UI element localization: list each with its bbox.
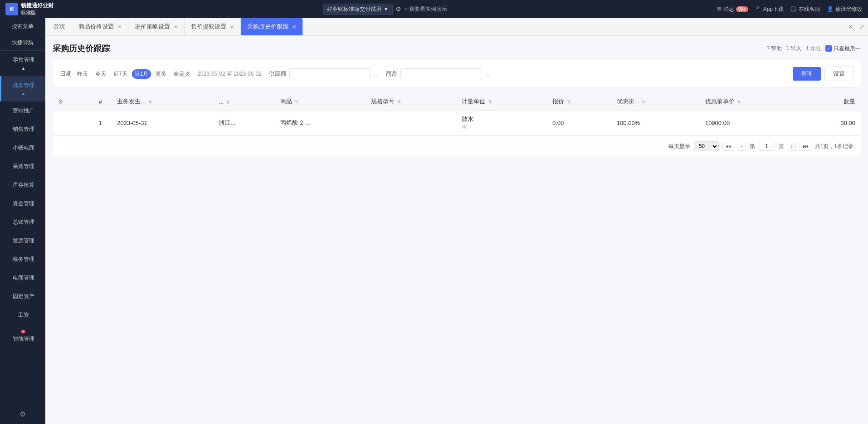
supplier-dots[interactable]: ...	[374, 70, 379, 77]
sidebar-search[interactable]: 搜索菜单	[0, 18, 45, 35]
sidebar-item-accounting[interactable]: 总账管理	[0, 213, 45, 231]
export-icon: ⤴	[806, 45, 809, 52]
sidebar-item-purchase[interactable]: 采购管理	[0, 157, 45, 176]
topbar-left: 财 畅捷通好业财 标准版	[5, 2, 54, 16]
message-icon: ✉	[717, 6, 722, 12]
next-page-button[interactable]: ›	[788, 142, 796, 151]
close-all-tabs-button[interactable]: ✕	[846, 21, 855, 32]
sidebar-gear-button[interactable]: ⚙	[0, 405, 45, 424]
sidebar-bottom: ⚙	[0, 405, 45, 424]
maximize-tab-button[interactable]: ⤢	[857, 21, 866, 32]
sort-icon[interactable]: ⇅	[642, 99, 645, 104]
demo-button[interactable]: ○ 我要看实例演示	[404, 5, 447, 13]
sidebar-item-label: 采购管理	[13, 163, 34, 170]
only-last-checkbox-label[interactable]: ✓ 只看最后一	[825, 45, 861, 53]
export-button[interactable]: ⤴ 导出	[806, 45, 821, 53]
th-more[interactable]: ... ⇅	[213, 93, 275, 111]
date-opt-last1m[interactable]: 近1月	[132, 69, 151, 79]
tab-label: 售价提取设置	[191, 23, 226, 31]
only-last-checkbox[interactable]: ✓	[825, 45, 832, 52]
tab-bar-actions: ✕ ⤢	[846, 21, 866, 32]
sort-icon[interactable]: ⇅	[567, 99, 571, 104]
date-opt-yesterday[interactable]: 昨天	[74, 69, 91, 79]
sidebar-item-label: 批发管理	[13, 82, 34, 89]
sidebar-item-ecommerce[interactable]: 电商管理	[0, 269, 45, 287]
sidebar-item-payroll[interactable]: 工资	[0, 306, 45, 324]
sort-icon[interactable]: ⇅	[295, 99, 298, 104]
date-opt-custom[interactable]: 自定义	[171, 69, 193, 79]
tab-strategy[interactable]: 进价策略设置 ✕	[128, 18, 185, 35]
app-download-icon: 📱	[755, 6, 761, 12]
th-settings[interactable]: ⚙	[53, 93, 89, 111]
td-pre-discount: 10900.00	[700, 111, 804, 135]
goods-dots[interactable]: ...	[485, 70, 490, 77]
sidebar-item-wholesale[interactable]: 批发管理 ▲	[0, 76, 45, 101]
goods-input[interactable]	[400, 68, 482, 79]
sort-icon[interactable]: ⇅	[148, 99, 152, 104]
filter-row: 日期 昨天 今天 近7天 近1月 更多 自定义 2023-05-02 至 202…	[60, 67, 853, 81]
sidebar-item-invoice[interactable]: 发票管理	[0, 231, 45, 250]
help-button[interactable]: ? 帮助	[766, 45, 782, 53]
supplier-input[interactable]	[289, 68, 371, 79]
sidebar-item-finance[interactable]: 资金管理	[0, 194, 45, 213]
sidebar-item-tax[interactable]: 税务管理	[0, 250, 45, 269]
sort-icon[interactable]: ⇅	[397, 99, 401, 104]
tab-price[interactable]: 商品价格设置 ✕	[72, 18, 128, 35]
th-pre-discount[interactable]: 优惠前单价 ⇅	[700, 93, 804, 111]
th-discount[interactable]: 优惠折... ⇅	[611, 93, 700, 111]
sidebar-item-assets[interactable]: 固定资产	[0, 287, 45, 306]
sidebar-quick-nav[interactable]: 快捷导航	[0, 35, 45, 51]
query-button[interactable]: 查询	[793, 67, 821, 81]
td-quantity: 30.00	[804, 111, 861, 135]
sidebar-item-ecommerce-small[interactable]: 小畅电商	[0, 139, 45, 157]
sidebar-item-sales[interactable]: 销售管理	[0, 120, 45, 139]
version-select[interactable]: 好业财标准版交付试用 ▼	[323, 4, 393, 15]
sort-icon[interactable]: ⇅	[226, 100, 230, 105]
date-opt-today[interactable]: 今天	[93, 69, 109, 79]
td-price: 0.00	[547, 111, 611, 135]
pagination: 每页显示 50 20 100 200 ⏮ ‹ 第 页 › ⏭ 共1页，1条记录	[53, 135, 861, 157]
td-goods: 丙烯酸-2-...	[275, 111, 366, 135]
per-page-select[interactable]: 50 20 100 200	[694, 141, 719, 151]
sidebar-item-retail[interactable]: 零售管理 ▲	[0, 51, 45, 76]
th-spec[interactable]: 规格型号 ⇅	[366, 93, 456, 111]
prev-page-button[interactable]: ‹	[738, 142, 746, 151]
tab-history[interactable]: 采购历史价跟踪 ✕	[241, 18, 303, 35]
th-goods[interactable]: 商品 ⇅	[275, 93, 366, 111]
sidebar-item-smart[interactable]: 智能管理	[0, 324, 45, 348]
user-menu-button[interactable]: 👤 徐泽华修改	[827, 5, 863, 13]
close-tab-strategy[interactable]: ✕	[174, 24, 178, 30]
first-page-button[interactable]: ⏮	[722, 142, 734, 151]
message-button[interactable]: ✉ 消息 99+	[717, 5, 748, 13]
tab-extract[interactable]: 售价提取设置 ✕	[185, 18, 241, 35]
filter-settings-button[interactable]: 设置	[824, 67, 853, 81]
close-tab-extract[interactable]: ✕	[230, 24, 234, 30]
date-opt-last7[interactable]: 近7天	[111, 69, 130, 79]
last-page-button[interactable]: ⏭	[800, 142, 811, 151]
sidebar-item-label: 固定资产	[13, 293, 34, 300]
th-price[interactable]: 报价 ⇅	[547, 93, 611, 111]
sidebar-item-label: 发票管理	[13, 237, 34, 245]
sidebar-item-marketing[interactable]: 营销推广	[0, 101, 45, 120]
th-unit[interactable]: 计量单位 ⇅	[456, 93, 547, 111]
th-quantity[interactable]: 数量	[804, 93, 861, 111]
th-date[interactable]: 业务发生... ⇅	[112, 93, 213, 111]
online-service-button[interactable]: 🎧 在线客服	[790, 5, 820, 13]
date-opt-more[interactable]: 更多	[153, 69, 169, 79]
topbar-right: ✉ 消息 99+ 📱 App下载 🎧 在线客服 👤 徐泽华修改	[717, 5, 863, 13]
sidebar-item-label: 库存核算	[13, 181, 34, 189]
sidebar-item-inventory[interactable]: 库存核算	[0, 176, 45, 194]
sort-icon[interactable]: ⇅	[737, 99, 741, 104]
sidebar-item-label: 资金管理	[13, 200, 34, 207]
tab-home[interactable]: 首页	[47, 18, 72, 35]
help-icon: ?	[766, 45, 770, 52]
app-download-button[interactable]: 📱 App下载	[755, 5, 784, 13]
sort-icon[interactable]: ⇅	[488, 99, 492, 104]
page-suffix: 页	[779, 143, 784, 150]
close-tab-price[interactable]: ✕	[117, 24, 122, 30]
page-actions: ? 帮助 ⤵ 导入 ⤴ 导出 ✓ 只看最后一	[766, 45, 861, 53]
page-number-input[interactable]	[759, 142, 775, 151]
import-button[interactable]: ⤵ 导入	[786, 45, 801, 53]
close-tab-history[interactable]: ✕	[292, 24, 296, 30]
topbar-settings-button[interactable]: ⚙	[395, 5, 401, 13]
